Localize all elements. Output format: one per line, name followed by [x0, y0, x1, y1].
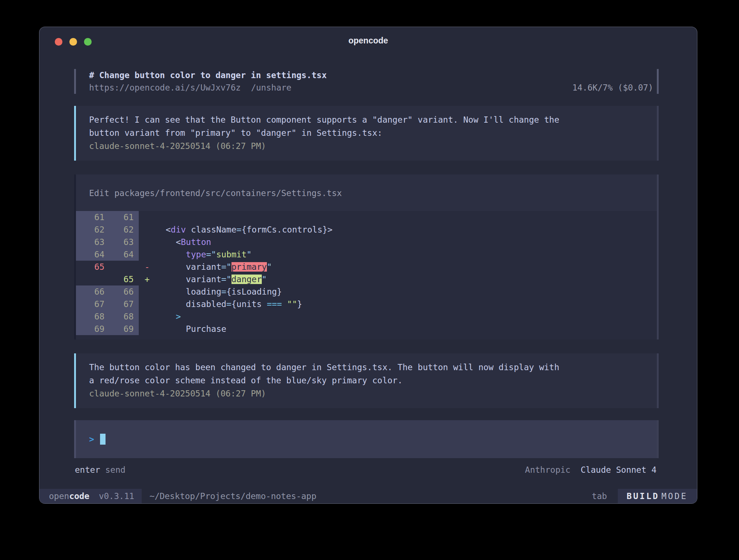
code-line: type="submit" [156, 248, 252, 261]
message-text-line: a red/rose color scheme instead of the b… [89, 374, 650, 387]
code-line: > [156, 310, 181, 323]
assistant-message: The button color has been changed to dan… [74, 353, 659, 408]
diff-marker [139, 323, 156, 335]
diff-marker [139, 285, 156, 298]
line-number-new: 63 [104, 236, 139, 248]
line-number-old: 63 [76, 236, 104, 248]
prompt-input[interactable]: > [74, 420, 659, 458]
diff-row: 65+ variant="danger" [76, 273, 657, 285]
line-number-old: 65 [76, 261, 104, 273]
line-number-old: 68 [76, 310, 104, 323]
line-number-new: 61 [104, 211, 139, 223]
line-number-old: 62 [76, 223, 104, 236]
app-name-open: open [49, 491, 69, 501]
hints-row: enter send Anthropic Claude Sonnet 4 [74, 463, 659, 476]
edit-tool-block: Edit packages/frontend/src/containers/Se… [74, 174, 659, 340]
diff-row: 6666 loading={isLoading} [76, 285, 657, 298]
code-line: disabled={units === ""} [156, 298, 302, 310]
message-model-timestamp: claude-sonnet-4-20250514 (06:27 PM) [89, 139, 650, 153]
message-text-line: Perfect! I can see that the Button compo… [89, 113, 650, 126]
line-number-new: 69 [104, 323, 139, 335]
diff-marker [139, 236, 156, 248]
diff-rows: 61616262 <div className={formCs.controls… [76, 211, 657, 340]
line-number-old: 67 [76, 298, 104, 310]
unshare-command[interactable]: /unshare [251, 81, 291, 94]
build-mode-badge: BUILDMODE [618, 489, 697, 503]
message-text-line: button variant from "primary" to "danger… [89, 126, 650, 139]
enter-key-hint: enter [75, 463, 100, 476]
session-title: # Change button color to danger in setti… [89, 69, 657, 81]
app-name-code: code [69, 491, 89, 501]
diff-row: 65- variant="primary" [76, 261, 657, 273]
mode-name-bold: BUILD [627, 491, 659, 501]
diff-marker [139, 223, 156, 236]
line-number-old: 69 [76, 323, 104, 335]
app-version-badge: opencode v0.3.11 [39, 489, 142, 503]
diff-row: 6262 <div className={formCs.controls}> [76, 223, 657, 236]
diff-marker [139, 248, 156, 261]
line-number-new: 67 [104, 298, 139, 310]
line-number-new: 66 [104, 285, 139, 298]
edit-tool-title: Edit packages/frontend/src/containers/Se… [76, 174, 657, 211]
status-bar: opencode v0.3.11 ~/Desktop/Projects/demo… [39, 489, 697, 503]
message-text: Perfect! I can see that the Button compo… [89, 113, 650, 139]
diff-row: 6464 type="submit" [76, 248, 657, 261]
code-line: variant="danger" [156, 273, 267, 285]
app-window: opencode # Change button color to danger… [39, 27, 697, 504]
mode-name-rest: MODE [662, 491, 688, 501]
message-text-line: The button color has been changed to dan… [89, 361, 650, 374]
line-number-new: 68 [104, 310, 139, 323]
diff-row: 6161 [76, 211, 657, 223]
model-provider: Anthropic [525, 465, 571, 475]
working-directory: ~/Desktop/Projects/demo-notes-app [150, 491, 317, 501]
model-name: Claude Sonnet 4 [581, 465, 656, 475]
code-line: Purchase [156, 323, 226, 335]
app-version: v0.3.11 [99, 491, 134, 501]
code-line: variant="primary" [156, 261, 272, 273]
code-line: <Button [156, 236, 211, 248]
code-line: loading={isLoading} [156, 285, 282, 298]
assistant-message: Perfect! I can see that the Button compo… [74, 106, 659, 161]
token-usage: 14.6K/7% ($0.07) [572, 81, 657, 94]
share-url-link[interactable]: https://opencode.ai/s/UwJxv76z [89, 81, 241, 94]
tab-key-hint: tab [592, 491, 607, 501]
send-action-hint: send [105, 463, 125, 476]
message-text: The button color has been changed to dan… [89, 361, 650, 387]
diff-row: 6363 <Button [76, 236, 657, 248]
line-number-new [104, 261, 139, 273]
window-titlebar: opencode [39, 27, 697, 53]
line-number-old [76, 273, 104, 285]
line-number-new: 64 [104, 248, 139, 261]
diff-row: 6969 Purchase [76, 323, 657, 335]
terminal-content: # Change button color to danger in setti… [74, 53, 659, 476]
model-label: Anthropic Claude Sonnet 4 [525, 463, 656, 476]
message-model-timestamp: claude-sonnet-4-20250514 (06:27 PM) [89, 387, 650, 400]
diff-marker [139, 310, 156, 323]
diff-marker [139, 211, 156, 223]
line-number-old: 64 [76, 248, 104, 261]
diff-marker [139, 298, 156, 310]
line-number-old: 66 [76, 285, 104, 298]
line-number-new: 62 [104, 223, 139, 236]
diff-row: 6767 disabled={units === ""} [76, 298, 657, 310]
diff-marker: + [139, 273, 156, 285]
text-cursor [100, 434, 106, 445]
line-number-new: 65 [104, 273, 139, 285]
prompt-chevron: > [89, 433, 94, 445]
line-number-old: 61 [76, 211, 104, 223]
code-line: <div className={formCs.controls}> [156, 223, 333, 236]
session-header: # Change button color to danger in setti… [74, 69, 659, 94]
window-title: opencode [39, 36, 697, 46]
diff-marker: - [139, 261, 156, 273]
diff-row: 6868 > [76, 310, 657, 323]
